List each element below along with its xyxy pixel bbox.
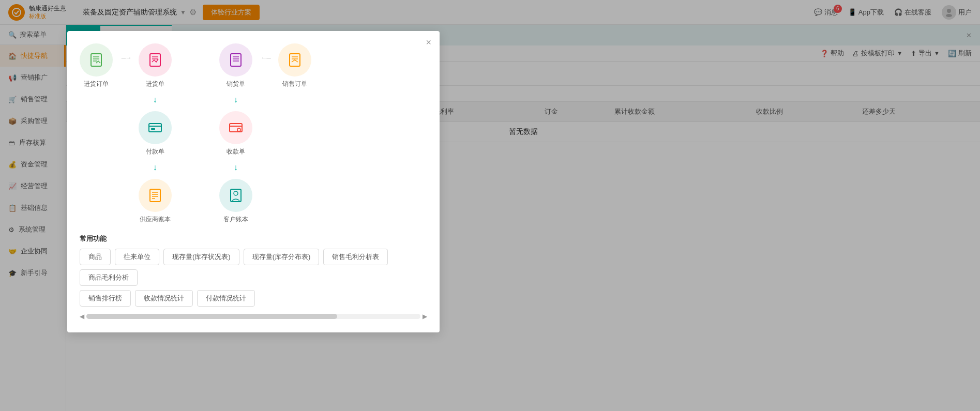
common-funcs-title: 常用功能 <box>80 234 427 243</box>
scroll-right-arrow[interactable]: ▶ <box>423 313 427 320</box>
func-btn-product-profit[interactable]: 商品毛利分析 <box>80 269 138 286</box>
svg-point-26 <box>234 191 238 195</box>
modal-scrollbar-area: ◀ ▶ <box>80 313 427 320</box>
arrow-down-3: ↓ <box>234 96 238 104</box>
sales-bill-circle <box>219 43 252 77</box>
purchase-order-label: 进货订单 <box>84 80 109 88</box>
func-btn-sales-profit[interactable]: 销售毛利分析表 <box>323 249 388 265</box>
scroll-left-arrow[interactable]: ◀ <box>80 313 84 320</box>
sales-order-circle <box>278 43 311 77</box>
scrollbar-thumb[interactable] <box>86 314 337 319</box>
flow-node-sales-order[interactable]: 销售订单 <box>278 43 311 88</box>
flow-node-receipt[interactable]: 收款单 <box>219 111 252 156</box>
svg-rect-3 <box>91 54 101 66</box>
flow-node-purchase-bill[interactable]: 进货单 <box>139 43 172 88</box>
purchase-bill-label: 进货单 <box>146 80 164 88</box>
app-container: 畅康通好生意 标准版 装备及固定资产辅助管理系统 ▼ ⚙ 体验行业方案 💬 消息… <box>0 0 980 411</box>
customer-account-circle <box>219 179 252 212</box>
func-btn-receipt-stats[interactable]: 收款情况统计 <box>135 290 193 307</box>
flow-node-sales-bill[interactable]: 销货单 <box>219 43 252 88</box>
customer-account-label: 客户账本 <box>223 215 248 224</box>
svg-rect-7 <box>150 54 160 66</box>
receipt-label: 收款单 <box>227 147 245 156</box>
func-btn-product[interactable]: 商品 <box>80 249 111 265</box>
scroll-arrows: ◀ ▶ <box>80 313 427 320</box>
svg-rect-12 <box>151 128 155 130</box>
arrow-right-2: ← - - - - <box>261 43 270 62</box>
purchase-bill-circle <box>139 43 172 77</box>
func-btn-stock-status[interactable]: 现存量(库存状况表) <box>163 249 239 265</box>
modal-box: × 进货订单 <box>67 31 440 332</box>
func-btn-stock-dist[interactable]: 现存量(库存分布表) <box>244 249 320 265</box>
supplier-account-label: 供应商账本 <box>140 215 171 224</box>
supplier-account-circle <box>139 179 172 212</box>
modal-overlay[interactable]: × 进货订单 <box>66 25 980 411</box>
flow-node-payment[interactable]: 付款单 <box>139 111 172 156</box>
func-btn-payment-stats[interactable]: 付款情况统计 <box>197 290 255 307</box>
payment-label: 付款单 <box>146 147 164 156</box>
svg-rect-13 <box>150 189 160 202</box>
func-buttons-row1: 商品 往来单位 现存量(库存状况表) 现存量(库存分布表) 销售毛利分析表 商品… <box>80 249 427 286</box>
svg-point-24 <box>237 128 240 131</box>
scrollbar-track[interactable] <box>86 314 420 319</box>
arrow-down-1: ↓ <box>153 96 157 104</box>
sales-order-label: 销售订单 <box>282 80 307 88</box>
func-btn-sales-ranking[interactable]: 销售排行榜 <box>80 290 131 307</box>
flow-node-purchase-order[interactable]: 进货订单 <box>80 43 113 88</box>
svg-rect-18 <box>231 54 241 66</box>
flow-diagram: 进货订单 - - - - → <box>80 43 427 224</box>
sales-bill-label: 销货单 <box>227 80 245 88</box>
arrow-down-4: ↓ <box>234 163 238 172</box>
common-functions-section: 常用功能 商品 往来单位 现存量(库存状况表) 现存量(库存分布表) 销售毛利分… <box>80 234 427 307</box>
func-btn-partner[interactable]: 往来单位 <box>115 249 159 265</box>
page-content: ❓ 帮助 🖨 按模板打印 ▼ ⬆ 导出 ▼ 🔄 <box>66 45 980 411</box>
arrow-down-2: ↓ <box>153 163 157 172</box>
receipt-circle <box>219 111 252 144</box>
payment-circle <box>139 111 172 144</box>
modal-close-button[interactable]: × <box>426 37 431 48</box>
flow-col-purchase-bill: 进货单 ↓ 付款单 ↓ <box>139 43 172 224</box>
main-area: 🔍 搜索菜单 🏠 快捷导航 📢 营销推广 🛒 销售管理 📦 采购管理 🗃 <box>0 25 980 411</box>
flow-col-sales-order: 销售订单 <box>278 43 311 88</box>
flow-node-customer-account[interactable]: 客户账本 <box>219 179 252 224</box>
flow-col-sales-bill: 销货单 ↓ 收款单 ↓ <box>219 43 252 224</box>
svg-rect-10 <box>149 124 161 132</box>
content-area: 首页 销售订单执行表 × ✕ ❓ 帮助 🖨 <box>66 25 980 411</box>
arrow-right-1: - - - - → <box>121 43 130 62</box>
func-buttons-row2: 销售排行榜 收款情况统计 付款情况统计 <box>80 290 427 307</box>
flow-node-supplier-account[interactable]: 供应商账本 <box>139 179 172 224</box>
purchase-order-circle <box>80 43 113 77</box>
flow-col-purchase-order: 进货订单 <box>80 43 113 88</box>
